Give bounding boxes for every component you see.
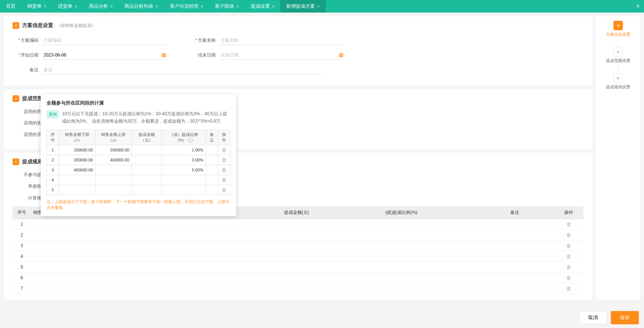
tooltip-table-header: （或）提成比例（%）? (162, 130, 206, 145)
step-icon: ≡ (613, 73, 623, 83)
delete-icon[interactable]: 🗑 (566, 253, 571, 259)
tooltip-note: 注：上限必须大于下限；多个阶梯时，下一个阶梯下限要等于前一阶梯上限；不同行之间下… (47, 199, 230, 211)
step-label: 提成规则设置 (606, 84, 630, 90)
calendar-icon[interactable]: ▦ (161, 52, 166, 58)
tab-首页[interactable]: 首页 (0, 0, 21, 13)
delete-icon[interactable]: 🗑 (566, 286, 571, 291)
side-step-nav: ≡方案信息设置≡提成范围设置≡提成规则设置 (596, 16, 640, 300)
step-label: 提成范围设置 (606, 58, 630, 64)
tooltip-example-popup: 全额参与所在区间段的计算 案例 10万元以下无提成；10-20万元提成比例为1%… (41, 95, 236, 216)
delete-icon[interactable]: 🗑 (222, 177, 227, 183)
label-scheme-name: *方案名称 (190, 37, 216, 44)
tab-close-icon[interactable]: × (110, 0, 113, 13)
tab-bar: 首页销货单×进货单×商品分析×商品分析列表×客户分层经营×客户联络×提成设置×新… (0, 0, 644, 13)
delete-icon[interactable]: 🗑 (222, 167, 227, 173)
example-text: 10万元以下无提成；10-20万元提成比例为1%；20-40万提成比例为3%；4… (62, 110, 230, 125)
tab-销货单[interactable]: 销货单× (21, 0, 52, 13)
help-icon[interactable]: ? (188, 138, 193, 143)
tooltip-table-header: 备注 (206, 130, 218, 145)
input-end-date[interactable] (219, 50, 345, 60)
example-tag: 案例 (47, 110, 59, 119)
delete-icon[interactable]: 🗑 (222, 147, 227, 153)
tab-close-icon[interactable]: × (44, 0, 46, 13)
calendar-icon[interactable]: ▦ (339, 52, 343, 58)
section-title: 方案信息设置 (22, 22, 53, 29)
tab-close-icon[interactable]: × (317, 0, 319, 13)
table-header: (或)提成比例(%) (383, 206, 508, 219)
step-icon: ≡ (613, 47, 623, 57)
section-subtitle: （按销售金额提成） (56, 23, 96, 29)
tab-客户联络[interactable]: 客户联络× (209, 0, 244, 13)
label-scheme-code: *方案编码 (13, 37, 38, 44)
section-icon: ≡ (13, 158, 19, 165)
delete-icon[interactable]: 🗑 (566, 264, 571, 270)
delete-icon[interactable]: 🗑 (566, 275, 571, 281)
tab-进货单[interactable]: 进货单× (52, 0, 83, 13)
table-header: 序号 (13, 206, 31, 219)
input-remark[interactable] (42, 65, 323, 75)
tooltip-table-row: 1100000.00200000.001.00%🗑 (47, 145, 230, 155)
delete-icon[interactable]: 🗑 (566, 243, 571, 249)
delete-icon[interactable]: 🗑 (566, 221, 571, 227)
tooltip-table-header: 销售金额下限（>） (59, 130, 95, 145)
tab-商品分析[interactable]: 商品分析× (83, 0, 119, 13)
tab-close-icon[interactable]: × (236, 0, 239, 13)
table-row[interactable]: 7🗑 (13, 283, 583, 294)
input-scheme-code[interactable] (42, 35, 168, 45)
table-row[interactable]: 3🗑 (13, 240, 583, 251)
side-step-方案信息设置[interactable]: ≡方案信息设置 (606, 21, 630, 37)
tab-提成设置[interactable]: 提成设置× (245, 0, 280, 13)
section-icon: ≡ (13, 22, 19, 29)
tooltip-table-row: 4🗑 (47, 175, 230, 185)
tab-商品分析列表[interactable]: 商品分析列表× (119, 0, 164, 13)
label-start-date: *开始日期 (13, 52, 38, 58)
delete-icon[interactable]: 🗑 (222, 157, 227, 163)
label-end-date: 结束日期 (190, 52, 216, 58)
tab-客户分层经营[interactable]: 客户分层经营× (164, 0, 209, 13)
table-row[interactable]: 6🗑 (13, 273, 583, 283)
table-header: 备注 (508, 206, 554, 219)
table-row[interactable]: 1🗑 (13, 219, 583, 230)
table-header: 操作 (554, 206, 583, 219)
table-row[interactable]: 5🗑 (13, 262, 583, 273)
tab-close-icon[interactable]: × (75, 0, 77, 13)
table-header: 提成金额(元) (282, 206, 383, 219)
close-all-tabs-icon[interactable]: × (636, 3, 640, 10)
section-icon: ≡ (13, 95, 19, 102)
step-label: 方案信息设置 (606, 32, 630, 37)
input-scheme-name[interactable] (219, 35, 345, 45)
tooltip-table-header: 序号 (47, 130, 59, 145)
delete-icon[interactable]: 🗑 (566, 232, 571, 238)
tooltip-table-row: 3400000.005.00%🗑 (47, 165, 230, 175)
panel-scheme-info: ≡ 方案信息设置 （按销售金额提成） *方案编码 *方案名称 *开始日期 (4, 16, 592, 86)
tooltip-table: 序号销售金额下限（>）销售金额上限（≤）提成金额（元）（或）提成比例（%）?备注… (47, 130, 230, 195)
rule-table: 序号销售金额下限(>)销售金额上限(≤)提成金额(元)(或)提成比例(%)备注操… (13, 206, 583, 294)
side-step-提成规则设置[interactable]: ≡提成规则设置 (606, 73, 630, 90)
panel-title-scheme-info: ≡ 方案信息设置 （按销售金额提成） (13, 22, 583, 29)
delete-icon[interactable]: 🗑 (222, 187, 227, 193)
tooltip-table-header: 提成金额（元） (132, 130, 162, 145)
tooltip-title: 全额参与所在区间段的计算 (47, 100, 230, 106)
table-row[interactable]: 4🗑 (13, 251, 583, 262)
side-step-提成范围设置[interactable]: ≡提成范围设置 (606, 47, 630, 64)
input-start-date[interactable] (42, 50, 168, 60)
tab-close-icon[interactable]: × (201, 0, 203, 13)
label-remark: 备注 (13, 67, 38, 73)
step-icon: ≡ (613, 21, 623, 30)
tooltip-table-row: 5🗑 (47, 185, 230, 195)
tab-close-icon[interactable]: × (155, 0, 158, 13)
tooltip-table-row: 2200000.00400000.003.00%🗑 (47, 155, 230, 165)
tooltip-table-header: 操作 (218, 130, 230, 145)
tab-close-icon[interactable]: × (272, 0, 274, 13)
table-row[interactable]: 2🗑 (13, 230, 583, 240)
tooltip-table-header: 销售金额上限（≤） (95, 130, 132, 145)
tab-新增提成方案[interactable]: 新增提成方案× (280, 0, 325, 13)
